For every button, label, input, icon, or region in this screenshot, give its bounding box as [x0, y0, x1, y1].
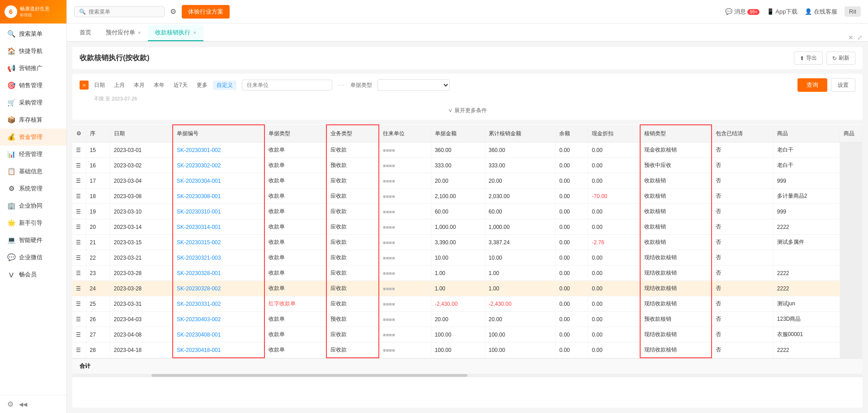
sidebar-item-operation[interactable]: 📊经营管理: [0, 146, 66, 163]
danhao-link[interactable]: SK-20230403-002: [177, 316, 221, 323]
cell-include-settled: 否: [712, 204, 773, 219]
content-area: 收款核销执行(按收款) ⬆ 导出 ↻ 刷新 » 日期 上月 本月: [67, 42, 868, 413]
sidebar-item-marketing[interactable]: 📢营销推广: [0, 60, 66, 77]
filter-date-custom[interactable]: 自定义: [213, 81, 236, 90]
danhao-link[interactable]: SK-20230314-001: [177, 224, 221, 230]
nav-label-basic: 基础信息: [19, 167, 42, 176]
danhao-link[interactable]: SK-20230310-001: [177, 209, 221, 215]
filter-expand-button[interactable]: »: [80, 81, 89, 90]
topbar-search-input[interactable]: [89, 9, 152, 15]
cell-settings[interactable]: ☰: [72, 281, 86, 296]
industry-solution-button[interactable]: 体验行业方案: [182, 5, 230, 19]
sidebar-settings-icon[interactable]: ⚙: [7, 400, 14, 408]
cell-settings[interactable]: ☰: [72, 142, 86, 158]
sidebar-item-system[interactable]: ⚙系统管理: [0, 180, 66, 197]
cell-discount: 0.00: [588, 327, 640, 342]
cell-cumulative: 333.00: [485, 158, 555, 173]
danhao-link[interactable]: SK-20230331-002: [177, 301, 221, 307]
danhao-link[interactable]: SK-20230408-001: [177, 332, 221, 338]
tab-maximize-icon[interactable]: ⤢: [857, 34, 863, 41]
filter-date-more[interactable]: 更多: [193, 81, 211, 90]
nav-label-guide: 新手引导: [19, 219, 42, 227]
filter-date-this-year[interactable]: 本年: [150, 81, 168, 90]
cell-settings[interactable]: ☰: [72, 219, 86, 235]
filter-receipt-type-select[interactable]: [377, 79, 450, 91]
refresh-button[interactable]: ↻ 刷新: [826, 52, 855, 65]
danhao-link[interactable]: SK-20230301-002: [177, 147, 221, 153]
filter-date-this-month[interactable]: 本月: [130, 81, 148, 90]
danhao-link[interactable]: SK-20230302-002: [177, 162, 221, 169]
danhao-link[interactable]: SK-20230321-003: [177, 255, 221, 261]
sidebar-item-sales[interactable]: 🎯销售管理: [0, 77, 66, 94]
danhao-link[interactable]: SK-20230308-001: [177, 193, 221, 199]
sidebar-item-basic[interactable]: 📋基础信息: [0, 163, 66, 180]
app-download-link[interactable]: 📱 App下载: [767, 8, 797, 16]
tab-home[interactable]: 首页: [72, 25, 99, 41]
query-button[interactable]: 查询: [797, 78, 827, 92]
cell-settings[interactable]: ☰: [72, 158, 86, 173]
topbar-search-box[interactable]: 🔍: [74, 6, 165, 17]
cell-danjuleixing: 收款单: [264, 250, 326, 266]
horizontal-scrollbar[interactable]: [72, 374, 863, 377]
danhao-link[interactable]: SK-20230304-001: [177, 178, 221, 184]
cell-danjuleixing: 收款单: [264, 204, 326, 219]
cell-danhao: SK-20230408-001: [173, 327, 264, 342]
app-badge: 标推版: [20, 12, 50, 18]
nav-icon-marketing: 📢: [7, 64, 15, 72]
danhao-link[interactable]: SK-20230418-001: [177, 347, 221, 353]
table-scroll[interactable]: ⚙ 序 日期 单据编号 单据类型 业务类型 往来单位 单据金额 累计核销金额 余…: [72, 124, 863, 408]
cell-cumulative: 20.00: [485, 312, 555, 327]
filter-date-last-month[interactable]: 上月: [110, 81, 128, 90]
sidebar-item-quick[interactable]: 🏠快捷导航: [0, 43, 66, 60]
sidebar-item-member[interactable]: V畅会员: [0, 266, 66, 283]
sidebar-item-wechat[interactable]: 💬企业微信: [0, 249, 66, 266]
cell-settings[interactable]: ☰: [72, 235, 86, 250]
sidebar-item-purchase[interactable]: 🛒采购管理: [0, 94, 66, 111]
sidebar-item-inventory[interactable]: 📦库存核算: [0, 111, 66, 128]
danhao-link[interactable]: SK-20230315-002: [177, 239, 221, 246]
tab-close-all-icon[interactable]: ✕: [848, 34, 854, 41]
filter-expand-more[interactable]: ∨ 展开更多条件: [80, 106, 855, 115]
nav-label-marketing: 营销推广: [19, 64, 42, 72]
export-button[interactable]: ⬆ 导出: [794, 52, 823, 65]
sidebar-item-guide[interactable]: 🌟新手引导: [0, 214, 66, 232]
danhao-link[interactable]: SK-20230328-001: [177, 270, 221, 276]
filter-date-7days[interactable]: 近7天: [170, 81, 191, 90]
nav-label-hardware: 智能硬件: [19, 236, 42, 244]
sidebar-item-finance[interactable]: 💰资金管理: [0, 128, 66, 146]
cell-goods2: [840, 158, 863, 173]
cell-goods2: [840, 266, 863, 281]
sidebar-item-enterprise[interactable]: 🏢企业协同: [0, 197, 66, 214]
cell-danjuleixing: 收款单: [264, 281, 326, 296]
cell-unit: ■■■■: [379, 204, 431, 219]
user-avatar[interactable]: Rit: [844, 6, 861, 17]
topbar-gear-icon[interactable]: ⚙: [170, 7, 176, 16]
tab-receipt-close[interactable]: ×: [193, 30, 196, 35]
cell-settings[interactable]: ☰: [72, 327, 86, 342]
tab-prepay-close[interactable]: ×: [138, 30, 141, 35]
cell-settings[interactable]: ☰: [72, 296, 86, 312]
cell-settings[interactable]: ☰: [72, 173, 86, 189]
cell-settings[interactable]: ☰: [72, 266, 86, 281]
sidebar-item-search[interactable]: 🔍搜索菜单: [0, 25, 66, 43]
online-service-link[interactable]: 👤 在线客服: [805, 8, 837, 16]
cell-settings[interactable]: ☰: [72, 342, 86, 358]
cell-settings[interactable]: ☰: [72, 189, 86, 204]
cell-settings[interactable]: ☰: [72, 312, 86, 327]
danhao-link[interactable]: SK-20230328-002: [177, 285, 221, 292]
sidebar-item-hardware[interactable]: 💻智能硬件: [0, 232, 66, 249]
tab-prepay[interactable]: 预付应付单 ×: [99, 25, 148, 41]
cell-danjuleixing: 收款单: [264, 312, 326, 327]
cell-settings[interactable]: ☰: [72, 250, 86, 266]
filter-unit-input[interactable]: [242, 80, 332, 90]
col-header-settings[interactable]: ⚙: [72, 125, 86, 142]
cell-cumulative: 20.00: [485, 173, 555, 189]
filter-settings-button[interactable]: 设置: [831, 78, 855, 92]
cell-settings[interactable]: ☰: [72, 204, 86, 219]
sidebar-collapse-icon[interactable]: ◀◀: [19, 401, 27, 408]
scrollbar-thumb[interactable]: [151, 374, 467, 377]
tab-receipt[interactable]: 收款核销执行 ×: [148, 25, 203, 41]
cell-balance: 0.00: [556, 312, 588, 327]
messages-icon[interactable]: 💬 消息 99+: [725, 8, 760, 16]
cell-hexiao-type: 收款核销: [640, 235, 712, 250]
